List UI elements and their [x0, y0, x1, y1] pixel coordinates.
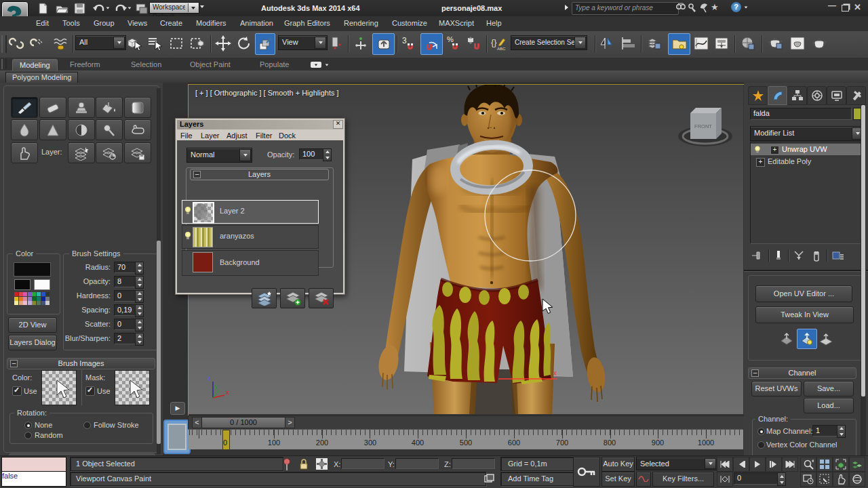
new-layer-button[interactable] [252, 288, 277, 308]
transform-typein-icon[interactable] [316, 458, 328, 471]
auto-key-button[interactable]: Auto Key [601, 457, 635, 472]
menu-views[interactable]: Views [127, 19, 147, 27]
select-rotate-icon[interactable] [235, 33, 254, 54]
brush-images-rollout[interactable]: –Brush Images [7, 358, 155, 369]
palette-swatch[interactable] [45, 301, 50, 305]
workspace-flyout-icon[interactable] [200, 5, 204, 8]
snap-3d-icon[interactable]: 3 [399, 33, 418, 54]
use-pivot-center-icon[interactable] [326, 33, 345, 54]
layers-dialog[interactable]: Layers ✕ File Layer Adjust Filter Dock N… [175, 118, 345, 295]
select-link-icon[interactable] [7, 33, 26, 54]
toolbar-grip[interactable] [1, 35, 7, 53]
brush-setting-spinner[interactable] [135, 262, 144, 274]
palette-swatch[interactable] [23, 301, 27, 305]
layers-menu-dock[interactable]: Dock [279, 131, 296, 140]
tab-hierarchy[interactable] [787, 86, 807, 105]
pan-icon[interactable] [833, 472, 849, 487]
brush-mask-use-checkbox[interactable] [85, 386, 95, 396]
rotation-follow-radio[interactable] [83, 422, 91, 429]
brush-setting-spinner[interactable] [135, 276, 144, 289]
brush-setting-field[interactable]: 70 [114, 262, 137, 273]
open-uv-editor-button[interactable]: Open UV Editor ... [755, 285, 852, 302]
fill-tool[interactable] [96, 97, 123, 118]
zoom-icon[interactable] [800, 457, 816, 472]
modifier-stack[interactable]: + Unwrap UVW + Editable Poly [750, 142, 862, 244]
menu-graph-editors[interactable]: Graph Editors [284, 19, 330, 27]
time-tag-icon[interactable] [484, 474, 495, 485]
layer-row-background[interactable]: Background [182, 250, 319, 276]
brush-setting-spinner[interactable] [135, 319, 144, 331]
fov-region-icon[interactable] [816, 472, 833, 487]
vertex-color-radio[interactable] [757, 441, 765, 449]
tab-create[interactable] [748, 86, 768, 105]
layer-manager-icon[interactable] [644, 33, 663, 54]
ribbon-tab-modeling[interactable]: Modeling [12, 59, 58, 71]
menu-animation[interactable]: Animation [240, 19, 273, 27]
curve-editor-icon[interactable] [692, 33, 711, 54]
redo-icon[interactable] [114, 3, 127, 14]
duplicate-layer-button[interactable] [280, 288, 305, 308]
percent-snap-icon[interactable]: % [444, 33, 463, 54]
opacity-spinner[interactable] [323, 148, 332, 161]
pan-hand-tool[interactable] [11, 142, 38, 163]
modifier-expand-icon[interactable]: + [756, 158, 765, 167]
menu-group[interactable]: Group [94, 19, 115, 27]
modifier-expand-icon[interactable]: + [770, 146, 779, 155]
show-end-result-icon[interactable] [773, 249, 784, 262]
set-keys-button[interactable] [573, 457, 600, 487]
track-bar[interactable]: 100 200 300 400 500 600 700 800 900 1000… [188, 429, 743, 449]
select-by-name-icon[interactable] [145, 33, 164, 54]
communication-center-icon[interactable] [688, 3, 698, 14]
ribbon-grip[interactable] [1, 59, 7, 69]
map-channel-value-spinner[interactable] [837, 425, 846, 438]
pin-stack-icon[interactable] [751, 249, 764, 262]
select-scale-icon[interactable] [255, 33, 275, 55]
previous-frame-button[interactable] [733, 457, 749, 472]
workspace-dropdown[interactable]: Workspace: Default [149, 2, 199, 14]
remove-modifier-icon[interactable] [810, 249, 823, 262]
palette-swatch[interactable] [19, 301, 23, 305]
zoom-all-icon[interactable] [816, 457, 833, 472]
layer-row-2[interactable]: Layer 2 [182, 200, 319, 224]
layer-save-tool[interactable] [124, 142, 151, 163]
layers-menu-adjust[interactable]: Adjust [226, 131, 248, 140]
object-name-field[interactable]: falda [750, 108, 852, 120]
angle-snap-icon[interactable] [420, 33, 443, 55]
minimize-button[interactable]: — [828, 1, 836, 10]
configure-modifier-sets-icon[interactable] [831, 249, 845, 262]
gradient-tool[interactable] [124, 97, 151, 118]
select-move-icon[interactable] [214, 33, 233, 54]
snaps-toggle-icon[interactable] [372, 33, 395, 55]
time-slider[interactable]: < 0 / 1000 > [188, 415, 745, 430]
opacity-field[interactable]: 100 [299, 148, 325, 160]
scene-explorer-icon[interactable] [668, 33, 690, 55]
tab-modify[interactable] [768, 86, 787, 105]
viewport-label[interactable]: [ + ] [ Orthographic ] [ Smooth + Highli… [195, 89, 339, 97]
tweak-in-view-button[interactable]: Tweak In View [755, 306, 854, 323]
color-picker-tool[interactable] [96, 119, 123, 140]
y-field[interactable] [395, 458, 439, 469]
time-slider-prev[interactable]: < [192, 417, 202, 428]
command-panel-scrollbar[interactable] [861, 105, 866, 455]
canvas-panel-scrollbar[interactable] [157, 88, 161, 454]
reset-uvws-button[interactable]: Reset UVWs [751, 381, 802, 396]
blur-tool[interactable] [11, 119, 38, 140]
undo-icon[interactable] [92, 3, 105, 14]
channel-rollout[interactable]: –Channel [748, 367, 856, 379]
smudge-tool[interactable] [124, 119, 151, 140]
search-expand-icon[interactable] [565, 5, 568, 10]
uv-vertex-mode-icon[interactable] [778, 330, 795, 348]
ribbon-tab-populate[interactable]: Populate [253, 59, 296, 70]
mirror-icon[interactable] [597, 33, 616, 54]
help-dropdown-icon[interactable] [744, 6, 748, 9]
next-frame-button[interactable] [766, 457, 782, 472]
layer-refresh-tool[interactable] [96, 142, 123, 163]
selection-set-dropdown[interactable]: Create Selection Set [511, 35, 587, 50]
redo-dropdown-icon[interactable] [127, 7, 132, 9]
modifier-unwrap-uvw[interactable]: + Unwrap UVW [751, 144, 861, 155]
maxscript-listener-input[interactable] [1, 457, 66, 472]
clone-stamp-tool[interactable] [68, 97, 95, 118]
uv-face-mode-icon[interactable] [797, 329, 817, 349]
tab-display[interactable] [827, 86, 846, 105]
menu-edit[interactable]: Edit [36, 19, 49, 27]
